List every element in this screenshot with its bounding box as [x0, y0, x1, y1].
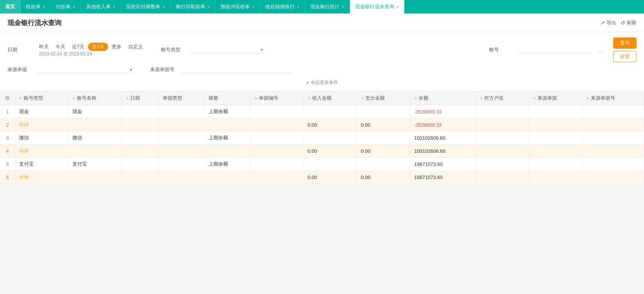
col-label-docNo: 单据编号: [259, 95, 278, 101]
cell-date: [122, 145, 159, 158]
table-body: 1现金现金上期余额-3528659.332小计0.000.00-3528659.…: [0, 105, 644, 184]
source-doc-no-input[interactable]: [180, 66, 293, 73]
col-header-docType: 单据类型: [159, 91, 204, 105]
col-header-docNo[interactable]: ⇅单据编号: [250, 91, 303, 105]
cell-sourceDoc: [529, 105, 582, 118]
nav-close-icon[interactable]: ×: [73, 4, 75, 9]
col-header-date[interactable]: ⇅日期: [122, 91, 159, 105]
table-row: 6小计0.000.0019871073.60: [0, 171, 644, 184]
gear-icon[interactable]: ⚙: [5, 95, 10, 101]
cell-expense: [357, 158, 410, 171]
nav-item-cash-bank-stat[interactable]: 现金银行统计×: [305, 0, 350, 13]
sort-arrows-icon: ⇅: [19, 96, 22, 100]
export-button[interactable]: ↗ 导出: [600, 19, 616, 26]
nav-close-icon[interactable]: ×: [162, 4, 165, 9]
nav-close-icon[interactable]: ×: [297, 4, 299, 9]
table-container: ⚙⇅账号类型⇅账号名称⇅日期单据类型摘要⇅单据编号⇅收入金额⇅支出金额⇅余额⇅对…: [0, 91, 644, 184]
account-type-select[interactable]: [189, 46, 264, 54]
sort-arrows-icon: ⇅: [533, 96, 536, 100]
top-navigation: 首页收款单×付款单×其他收入单×应收应付调整单×银行存取款单×预收冲应收单×收款…: [0, 0, 644, 13]
cell-summary: [204, 145, 250, 158]
cell-date: [122, 158, 159, 171]
cell-balance: -3528659.33: [410, 118, 476, 131]
col-label-expense: 支出金额: [365, 95, 385, 101]
settings-button[interactable]: 设置: [613, 51, 636, 62]
nav-close-icon[interactable]: ×: [342, 4, 344, 9]
cell-accountName: 现金: [68, 105, 122, 118]
cell-expense: 0.00: [357, 171, 410, 184]
source-doc-no-filter-group: 来源单据号: [150, 66, 293, 73]
cell-income: 0.00: [303, 171, 357, 184]
col-header-sourceDocNo[interactable]: ⇅来源单据号: [582, 91, 644, 105]
col-header-expense[interactable]: ⇅支出金额: [357, 91, 410, 105]
account-dots-button[interactable]: ...: [597, 46, 604, 53]
cell-date: [122, 171, 159, 184]
col-label-counterparty: 对方户名: [484, 95, 504, 101]
query-button[interactable]: 查询: [613, 37, 636, 49]
filter-row-2: 来源单据 来源单据号: [8, 66, 636, 73]
cell-accountType: 小计: [15, 145, 68, 158]
col-header-accountType[interactable]: ⇅账号类型: [15, 91, 68, 105]
date-option-近1月[interactable]: 近1月: [88, 43, 108, 51]
data-table: ⚙⇅账号类型⇅账号名称⇅日期单据类型摘要⇅单据编号⇅收入金额⇅支出金额⇅余额⇅对…: [0, 91, 644, 184]
col-label-sourceDocNo: 来源单据号: [591, 95, 615, 101]
cell-docType: [159, 131, 204, 145]
sort-arrows-icon: ⇅: [480, 96, 483, 100]
cell-balance: 100102606.60: [410, 145, 476, 158]
source-doc-no-label: 来源单据号: [150, 66, 174, 73]
nav-item-receipt-verify[interactable]: 收款核销执行×: [260, 0, 305, 13]
nav-item-prepay-offset[interactable]: 预收冲应收单×: [215, 0, 260, 13]
date-option-今天[interactable]: 今天: [53, 43, 68, 51]
date-option-昨天[interactable]: 昨天: [36, 43, 52, 51]
cell-docType: [159, 118, 204, 131]
cell-summary: 上期余额: [204, 105, 250, 118]
collapse-bar[interactable]: ∧ 收起更多条件: [8, 77, 636, 89]
cell-docType: [159, 171, 204, 184]
cell-gear: 5: [0, 158, 15, 171]
cell-sourceDocNo: [582, 171, 644, 184]
col-label-summary: 摘要: [209, 95, 218, 101]
cell-balance: -3528659.33: [410, 105, 476, 118]
collapse-icon: ∧: [306, 80, 309, 85]
cell-summary: 上期余额: [204, 158, 250, 171]
date-option-近7天[interactable]: 近7天: [69, 43, 87, 51]
nav-item-home[interactable]: 首页: [0, 0, 21, 13]
cell-sourceDocNo: [582, 131, 644, 145]
nav-close-icon[interactable]: ×: [252, 4, 254, 9]
nav-item-payment[interactable]: 付款单×: [51, 0, 81, 13]
sort-arrows-icon: ⇅: [254, 96, 257, 100]
cell-counterparty: [476, 171, 529, 184]
col-header-accountName[interactable]: ⇅账号名称: [68, 91, 122, 105]
col-label-accountName: 账号名称: [77, 95, 96, 101]
nav-close-icon[interactable]: ×: [43, 4, 45, 9]
cell-counterparty: [476, 145, 529, 158]
nav-close-icon[interactable]: ×: [113, 4, 115, 9]
nav-close-icon[interactable]: ×: [396, 4, 399, 9]
nav-item-receipt[interactable]: 收款单×: [21, 0, 51, 13]
cell-accountType: 现金: [15, 105, 68, 118]
source-doc-select[interactable]: [36, 66, 134, 73]
cell-date: [122, 131, 159, 145]
nav-close-icon[interactable]: ×: [207, 4, 210, 9]
header-actions: ↗ 导出 ↺ 刷新: [600, 19, 636, 26]
nav-item-other-income[interactable]: 其他收入单×: [81, 0, 121, 13]
nav-item-ar-ap-adjust[interactable]: 应收应付调整单×: [121, 0, 170, 13]
col-header-counterparty[interactable]: ⇅对方户名: [476, 91, 529, 105]
nav-item-bank-deposit[interactable]: 银行存取款单×: [171, 0, 215, 13]
cell-income: 0.00: [303, 118, 357, 131]
col-header-sourceDoc[interactable]: ⇅来源单据: [529, 91, 582, 105]
date-option-自定义[interactable]: 自定义: [125, 43, 146, 51]
account-type-filter-group: 账号类型: [161, 46, 474, 54]
col-header-income[interactable]: ⇅收入金额: [303, 91, 357, 105]
account-input[interactable]: [518, 46, 593, 54]
nav-item-cash-bank-query[interactable]: 现金银行流水查询×: [350, 0, 404, 13]
cell-expense: 0.00: [357, 118, 410, 131]
col-label-date: 日期: [130, 95, 140, 101]
col-header-balance[interactable]: ⇅余额: [410, 91, 476, 105]
refresh-button[interactable]: ↺ 刷新: [621, 19, 636, 26]
col-label-balance: 余额: [419, 95, 428, 101]
cell-accountType: 微信: [15, 131, 68, 145]
date-option-更多[interactable]: 更多: [109, 43, 125, 51]
cell-accountName: 支付宝: [68, 158, 122, 171]
table-row: 1现金现金上期余额-3528659.33: [0, 105, 644, 118]
